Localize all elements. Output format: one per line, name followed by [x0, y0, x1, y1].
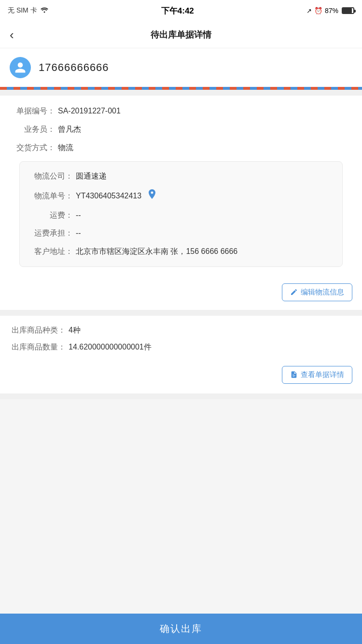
battery-icon: [342, 7, 354, 14]
avatar: [10, 57, 31, 78]
bottom-space: [0, 399, 362, 476]
nav-bar: ‹ 待出库单据详情: [0, 21, 362, 48]
logistics-company-value: 圆通速递: [76, 170, 333, 182]
confirm-outbound-button[interactable]: 确认出库: [160, 622, 202, 635]
location-active-icon: ↗: [306, 7, 312, 14]
product-quantity-value: 14.620000000000001件: [69, 342, 152, 352]
edit-btn-wrapper: 编辑物流信息: [0, 277, 362, 310]
wifi-icon: [40, 6, 49, 15]
address-row: 客户地址： 北京市市辖区海淀区永丰南 张，156 6666 6666: [29, 245, 333, 258]
edit-icon: [290, 288, 298, 296]
section-gap-3: [0, 393, 362, 399]
logistics-company-row: 物流公司： 圆通速递: [29, 170, 333, 182]
logistics-company-label: 物流公司：: [29, 170, 73, 182]
product-quantity-row: 出库商品数量： 14.620000000000001件: [12, 342, 350, 352]
outbound-card: 出库商品种类： 4种 出库商品数量： 14.620000000000001件: [0, 316, 362, 364]
tracking-number-row: 物流单号： YT4306405342413: [29, 188, 333, 203]
alarm-icon: ⏰: [314, 7, 322, 14]
delivery-method-row: 交货方式： 物流: [12, 142, 350, 154]
tracking-number-value: YT4306405342413: [76, 190, 141, 202]
edit-logistics-button[interactable]: 编辑物流信息: [282, 283, 352, 301]
battery-level: 87%: [325, 7, 338, 14]
tracking-value-group: YT4306405342413: [76, 188, 158, 203]
customer-header: 17666666666: [0, 48, 362, 87]
freight-bearer-value: --: [76, 227, 333, 239]
sim-status: 无 SIM 卡: [8, 6, 37, 15]
basic-info-card: 单据编号： SA-20191227-001 业务员： 曾凡杰 交货方式： 物流 …: [0, 96, 362, 277]
address-value: 北京市市辖区海淀区永丰南 张，156 6666 6666: [76, 245, 333, 258]
logistics-card: 物流公司： 圆通速递 物流单号： YT4306405342413 运费： -- …: [19, 161, 343, 267]
address-label: 客户地址：: [29, 246, 73, 257]
document-number-label: 单据编号：: [12, 105, 55, 117]
delivery-method-label: 交货方式：: [12, 142, 55, 154]
salesperson-value: 曾凡杰: [58, 124, 350, 135]
salesperson-label: 业务员：: [12, 124, 55, 135]
view-details-button[interactable]: 查看单据详情: [282, 366, 352, 384]
document-number-value: SA-20191227-001: [58, 105, 350, 117]
product-types-row: 出库商品种类： 4种: [12, 325, 350, 336]
document-icon: [290, 371, 298, 378]
freight-label: 运费：: [29, 210, 73, 221]
status-time: 下午4:42: [161, 5, 194, 16]
back-button[interactable]: ‹: [10, 28, 14, 41]
freight-bearer-row: 运费承担： --: [29, 227, 333, 239]
delivery-method-value: 物流: [58, 142, 350, 154]
customer-phone: 17666666666: [39, 61, 109, 74]
status-right: ↗ ⏰ 87%: [306, 7, 354, 14]
product-types-label: 出库商品种类：: [12, 325, 66, 336]
section-gap-1: [0, 90, 362, 96]
product-types-value: 4种: [69, 325, 81, 336]
document-number-row: 单据编号： SA-20191227-001: [12, 105, 350, 117]
page-title: 待出库单据详情: [151, 29, 211, 41]
status-bar: 无 SIM 卡 下午4:42 ↗ ⏰ 87%: [0, 0, 362, 21]
tracking-number-label: 物流单号：: [29, 190, 73, 202]
status-left: 无 SIM 卡: [8, 6, 49, 15]
freight-row: 运费： --: [29, 210, 333, 221]
map-pin-icon[interactable]: [146, 188, 158, 203]
section-gap-2: [0, 310, 362, 316]
view-details-label: 查看单据详情: [301, 370, 344, 379]
salesperson-row: 业务员： 曾凡杰: [12, 124, 350, 135]
edit-logistics-label: 编辑物流信息: [301, 288, 344, 297]
freight-bearer-label: 运费承担：: [29, 227, 73, 239]
view-btn-wrapper: 查看单据详情: [0, 364, 362, 393]
confirm-btn-wrapper: 确认出库: [0, 614, 362, 644]
product-quantity-label: 出库商品数量：: [12, 342, 66, 352]
freight-value: --: [76, 210, 333, 221]
